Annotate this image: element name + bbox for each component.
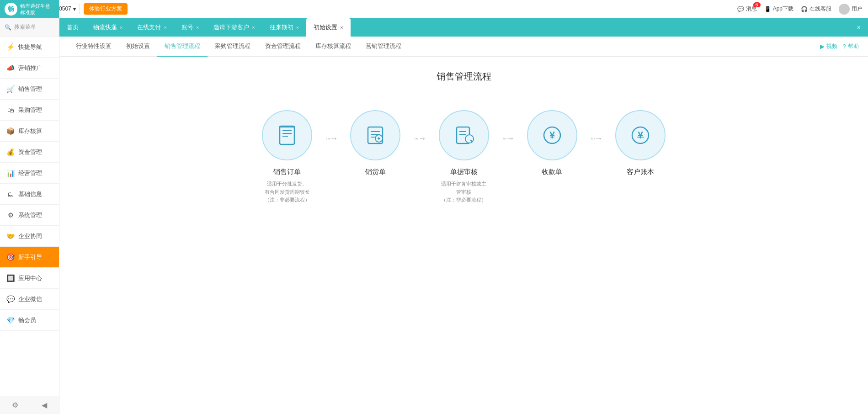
flow-circle-销售订单	[262, 110, 312, 160]
nav-tab-物流快递[interactable]: 物流快递×	[86, 18, 130, 37]
sidebar-item-label: 采购管理	[18, 106, 42, 114]
sidebar-item-经营管理[interactable]: 📊 经营管理	[0, 163, 59, 184]
sub-tabs: 行业特性设置初始设置销售管理流程采购管理流程资金管理流程库存核算流程营销管理流程…	[59, 37, 868, 57]
flow-step-desc: 适用于分批发货、有合同发货周期较长（注：非必要流程）	[265, 180, 310, 204]
download-icon: 📱	[764, 6, 771, 12]
flow-step-name: 客户账本	[627, 168, 654, 176]
sidebar-item-icon: 💬	[6, 295, 15, 303]
flow-step-name: 收款单	[542, 168, 562, 176]
nav-tab-邀请下游客户[interactable]: 邀请下游客户×	[206, 18, 262, 37]
top-bar-right: 💬 消息 6 📱 App下载 🎧 在线客服 用户	[737, 4, 863, 15]
nav-tab-close[interactable]: ×	[296, 25, 299, 30]
flow-step-客户账本[interactable]: ¥ 客户账本	[604, 110, 677, 180]
sidebar-item-icon: ⚙	[6, 211, 15, 219]
sidebar-item-新手引导[interactable]: 🎯 新手引导	[0, 247, 59, 268]
flow-step-收款单[interactable]: ¥ 收款单	[516, 110, 589, 180]
sub-tab-行业特性设置[interactable]: 行业特性设置	[69, 37, 119, 57]
sidebar-item-畅会员[interactable]: 💎 畅会员	[0, 310, 59, 331]
flow-step-销货单[interactable]: 销货单	[339, 110, 412, 180]
sidebar-item-企业协同[interactable]: 🤝 企业协同	[0, 226, 59, 247]
nav-close-all[interactable]: ×	[850, 24, 868, 31]
flow-step-name: 销货单	[365, 168, 386, 176]
flow-circle-单据审核	[439, 110, 489, 160]
nav-tab-初始设置[interactable]: 初始设置×	[306, 18, 350, 37]
message-icon: 💬	[737, 6, 744, 12]
flow-step-name: 单据审核	[450, 168, 478, 176]
sidebar-item-label: 应用中心	[18, 274, 42, 282]
nav-tab-close[interactable]: ×	[340, 25, 343, 30]
flow-step-name: 销售订单	[273, 168, 301, 176]
sidebar-item-icon: 🛒	[6, 85, 15, 93]
message-badge: 6	[753, 2, 761, 7]
sub-tab-actions: ▶视频?帮助	[820, 42, 859, 50]
sidebar-item-icon: 📣	[6, 64, 15, 72]
flow-arrow-4: ···→	[589, 134, 604, 143]
online-service-label: 在线客服	[809, 5, 831, 13]
sub-tab-营销管理流程[interactable]: 营销管理流程	[358, 37, 409, 57]
sub-tab-action-视频[interactable]: ▶视频	[820, 42, 837, 50]
sub-tab-销售管理流程[interactable]: 销售管理流程	[157, 37, 208, 57]
user-avatar-area[interactable]: 用户	[839, 4, 863, 15]
sidebar-item-应用中心[interactable]: 🔲 应用中心	[0, 268, 59, 289]
sidebar-logo: 畅 畅库通好生意 标准版	[0, 0, 59, 18]
nav-tab-在线支付[interactable]: 在线支付×	[130, 18, 174, 37]
sidebar-bottom: ⚙ ◀	[0, 396, 59, 414]
sidebar-item-label: 资金管理	[18, 148, 42, 156]
top-bar: 用户690企业1660120507 ▾ 体验行业方案 💬 消息 6 📱 App下…	[0, 0, 868, 18]
message-button[interactable]: 💬 消息 6	[737, 5, 757, 13]
sidebar-item-销售管理[interactable]: 🛒 销售管理	[0, 79, 59, 100]
sidebar-item-企业微信[interactable]: 💬 企业微信	[0, 289, 59, 310]
search-icon: 🔍	[5, 24, 11, 31]
flow-circle-销货单	[350, 110, 400, 160]
sidebar-search[interactable]: 🔍 搜索菜单	[0, 18, 59, 37]
user-name-label: 用户	[852, 5, 863, 13]
sub-tab-资金管理流程[interactable]: 资金管理流程	[258, 37, 308, 57]
sidebar-item-icon: 📦	[6, 127, 15, 135]
collapse-icon[interactable]: ◀	[42, 401, 47, 409]
trial-button[interactable]: 体验行业方案	[84, 3, 128, 15]
settings-bottom-icon[interactable]: ⚙	[12, 401, 18, 409]
sub-tab-库存核算流程[interactable]: 库存核算流程	[308, 37, 358, 57]
svg-rect-4	[279, 126, 295, 127]
sidebar-item-库存核算[interactable]: 📦 库存核算	[0, 121, 59, 142]
chevron-down-icon: ▾	[73, 6, 76, 12]
sidebar-item-label: 营销推广	[18, 64, 42, 72]
sidebar-item-label: 系统管理	[18, 211, 42, 219]
flow-arrow-1: ···→	[324, 134, 339, 143]
avatar	[839, 4, 850, 15]
sub-tab-action-帮助[interactable]: ?帮助	[843, 42, 859, 50]
sidebar-item-基础信息[interactable]: 🗂 基础信息	[0, 184, 59, 205]
svg-text:¥: ¥	[549, 129, 555, 141]
nav-tab-账号[interactable]: 账号×	[174, 18, 206, 37]
sidebar-item-label: 畅会员	[18, 316, 36, 324]
sidebar-item-采购管理[interactable]: 🛍 采购管理	[0, 100, 59, 121]
nav-tab-首页[interactable]: 首页	[59, 18, 86, 37]
flow-step-销售订单[interactable]: 销售订单 适用于分批发货、有合同发货周期较长（注：非必要流程）	[250, 110, 324, 204]
sidebar-item-快捷导航[interactable]: ⚡ 快捷导航	[0, 37, 59, 58]
sidebar-item-icon: ⚡	[6, 43, 15, 51]
sidebar-item-label: 销售管理	[18, 85, 42, 93]
flow-step-desc: 适用于财务审核或主管审核（注：非必要流程）	[441, 180, 486, 204]
nav-tab-close[interactable]: ×	[120, 25, 122, 30]
main-content: 行业特性设置初始设置销售管理流程采购管理流程资金管理流程库存核算流程营销管理流程…	[59, 37, 868, 414]
svg-rect-0	[280, 126, 294, 144]
flow-circle-客户账本: ¥	[615, 110, 666, 160]
sub-tab-初始设置[interactable]: 初始设置	[119, 37, 157, 57]
sidebar-item-系统管理[interactable]: ⚙ 系统管理	[0, 205, 59, 226]
nav-tab-往来期初[interactable]: 往来期初×	[262, 18, 306, 37]
app-download-button[interactable]: 📱 App下载	[764, 5, 793, 13]
sidebar-item-资金管理[interactable]: 💰 资金管理	[0, 142, 59, 163]
headset-icon: 🎧	[801, 6, 808, 12]
nav-tab-close[interactable]: ×	[252, 25, 255, 30]
flow-arrow-3: ···→	[501, 134, 516, 143]
flow-step-单据审核[interactable]: 单据审核 适用于财务审核或主管审核（注：非必要流程）	[427, 110, 501, 204]
online-service-button[interactable]: 🎧 在线客服	[801, 5, 831, 13]
nav-tabs: 首页物流快递×在线支付×账号×邀请下游客户×往来期初×初始设置××	[0, 18, 868, 37]
sidebar-item-营销推广[interactable]: 📣 营销推广	[0, 58, 59, 79]
sidebar-item-label: 库存核算	[18, 127, 42, 135]
nav-tab-close[interactable]: ×	[164, 25, 166, 30]
nav-tab-close[interactable]: ×	[196, 25, 199, 30]
sub-tab-采购管理流程[interactable]: 采购管理流程	[208, 37, 258, 57]
logo-icon: 畅	[5, 3, 17, 16]
flow-circle-收款单: ¥	[527, 110, 577, 160]
